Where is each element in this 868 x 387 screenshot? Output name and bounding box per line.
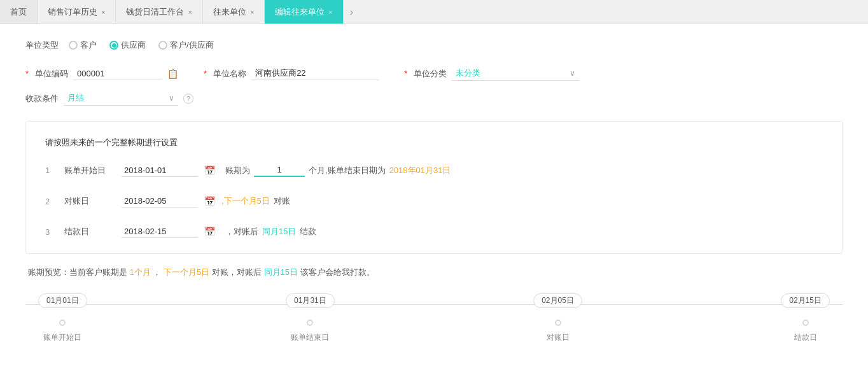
tab-partner-unit[interactable]: 往来单位 × (203, 0, 265, 24)
row-num-2: 2 (45, 197, 64, 206)
payment-terms-value: 月结 (67, 92, 169, 104)
payment-date-row: 3 结款日 📅 ，对账后 同月15日 结款 (45, 225, 823, 238)
unit-name-input[interactable] (251, 67, 379, 80)
radio-circle-supplier (109, 41, 118, 50)
row-num-1: 1 (45, 165, 64, 175)
payment-cal-icon[interactable]: 📅 (204, 227, 215, 237)
tl-badge-2: 01月31日 (286, 293, 335, 308)
preview-prefix: 账期预览：当前客户账期是 (28, 267, 127, 277)
reconciliation-cal-icon[interactable]: 📅 (204, 196, 215, 206)
payment-terms-row: 收款条件 月结 ∨ ? (25, 91, 843, 106)
preview-text2: 对账，对账后 (212, 267, 262, 277)
tab-home[interactable]: 首页 (0, 0, 38, 24)
unit-code-input[interactable] (73, 67, 162, 80)
tl-badge-3: 02月05日 (533, 293, 582, 308)
unit-category-field: * 单位分类 未分类 ∨ (404, 66, 579, 81)
tl-dot-4 (802, 320, 809, 326)
preview-highlight2: 下一个月5日 (164, 267, 209, 277)
unit-type-row: 单位类型 客户 供应商 客户/供应商 (25, 39, 843, 51)
tl-dot-3 (555, 320, 561, 326)
payment-same-month-highlight: 同月15日 (262, 226, 296, 237)
tl-dot-2 (307, 320, 313, 326)
billing-start-cal-icon[interactable]: 📅 (204, 165, 215, 176)
radio-customer[interactable]: 客户 (69, 39, 97, 51)
unit-category-required: * (404, 69, 407, 78)
preview-text3: 该客户会给我打款。 (300, 267, 375, 277)
tl-badge-4: 02月15日 (781, 293, 830, 308)
tab-sales-order-history[interactable]: 销售订单历史 × (38, 0, 116, 24)
unit-code-label: 单位编码 (35, 68, 68, 80)
reconciliation-date-input[interactable] (122, 195, 198, 208)
timeline-point-2: 01月31日 账单结束日 (286, 293, 335, 343)
tab-bar: 首页 销售订单历史 × 钱货日清工作台 × 往来单位 × 编辑往来单位 × › (0, 0, 868, 24)
period-prefix-text: 账期为 (225, 165, 250, 176)
row-num-3: 3 (45, 227, 64, 237)
tab-close-partner-unit[interactable]: × (250, 8, 254, 16)
tab-close-cash-reconciliation[interactable]: × (188, 8, 192, 16)
tab-close-sales-order-history[interactable]: × (101, 8, 105, 16)
tab-edit-partner-unit[interactable]: 编辑往来单位 × (265, 0, 343, 24)
unit-code-field: * 单位编码 📋 (25, 67, 178, 80)
tl-dot-1 (59, 320, 66, 326)
radio-group: 客户 供应商 客户/供应商 (69, 39, 214, 51)
payment-normal-suffix: 结款 (300, 226, 316, 237)
tl-label-3: 对账日 (547, 332, 570, 343)
preview-text1: ， (153, 267, 161, 277)
payment-terms-help-icon[interactable]: ? (183, 94, 193, 104)
tl-label-1: 账单开始日 (43, 332, 81, 343)
form-fields-row: * 单位编码 📋 * 单位名称 * 单位分类 未分类 ∨ (25, 66, 843, 81)
reconciliation-next-month: ,下一个月5日 (221, 195, 270, 207)
radio-both[interactable]: 客户/供应商 (158, 39, 214, 51)
billing-start-date-input[interactable] (122, 164, 198, 177)
radio-circle-both (158, 41, 167, 50)
reconciliation-label: 对账日 (64, 195, 122, 207)
period-end-date-highlight: 2018年01月31日 (389, 165, 451, 176)
preview-text-row: 账期预览：当前客户账期是 1个月 ， 下一个月5日 对账，对账后 同月15日 该… (25, 267, 843, 278)
timeline-point-1: 01月01日 账单开始日 (38, 293, 87, 343)
timeline-point-4: 02月15日 结款日 (781, 293, 830, 343)
timeline-points: 01月01日 账单开始日 01月31日 账单结束日 02月05日 对账日 02月… (38, 293, 830, 343)
unit-name-field: * 单位名称 (204, 67, 379, 80)
radio-circle-customer (69, 41, 78, 50)
unit-category-arrow-icon: ∨ (570, 69, 575, 78)
tab-close-edit-partner-unit[interactable]: × (328, 8, 332, 16)
unit-code-required: * (25, 69, 29, 78)
payment-terms-arrow-icon: ∨ (169, 94, 174, 102)
period-suffix-text: 个月,账单结束日期为 (309, 165, 386, 176)
payment-terms-field: 收款条件 月结 ∨ ? (25, 91, 193, 106)
payment-date-input[interactable] (122, 225, 198, 238)
unit-name-label: 单位名称 (213, 68, 246, 80)
timeline-section: 01月01日 账单开始日 01月31日 账单结束日 02月05日 对账日 02月… (25, 293, 843, 369)
payment-terms-select[interactable]: 月结 ∨ (64, 91, 178, 106)
tl-label-2: 账单结束日 (291, 332, 329, 343)
unit-name-required: * (204, 69, 207, 78)
tl-label-4: 结款日 (794, 332, 817, 343)
preview-highlight1: 1个月 (130, 267, 151, 277)
radio-supplier[interactable]: 供应商 (109, 39, 146, 51)
unit-code-copy-icon[interactable]: 📋 (167, 69, 178, 79)
main-content: 单位类型 客户 供应商 客户/供应商 * 单位编码 📋 * (0, 24, 868, 387)
billing-period-section: 请按照未来的一个完整帐期进行设置 1 账单开始日 📅 账期为 个月,账单结束日期… (25, 121, 843, 254)
reconciliation-normal-text: 对账 (274, 195, 290, 207)
tl-badge-1: 01月01日 (38, 293, 87, 308)
tab-cash-reconciliation[interactable]: 钱货日清工作台 × (116, 0, 202, 24)
timeline-point-3: 02月05日 对账日 (533, 293, 582, 343)
payment-normal-prefix: ，对账后 (225, 226, 258, 237)
preview-highlight3: 同月15日 (264, 267, 298, 277)
period-value-input[interactable] (254, 164, 305, 177)
unit-category-label: 单位分类 (414, 68, 447, 80)
billing-start-row: 1 账单开始日 📅 账期为 个月,账单结束日期为 2018年01月31日 (45, 164, 823, 177)
payment-label: 结款日 (64, 226, 122, 237)
unit-type-label: 单位类型 (25, 39, 59, 51)
billing-start-label: 账单开始日 (64, 165, 122, 176)
unit-category-value: 未分类 (456, 67, 570, 79)
section-title: 请按照未来的一个完整帐期进行设置 (45, 137, 823, 148)
payment-terms-label: 收款条件 (25, 93, 59, 104)
tab-more-arrow[interactable]: › (344, 0, 360, 24)
reconciliation-date-row: 2 对账日 📅 ,下一个月5日 对账 (45, 195, 823, 208)
unit-category-select[interactable]: 未分类 ∨ (452, 66, 579, 81)
